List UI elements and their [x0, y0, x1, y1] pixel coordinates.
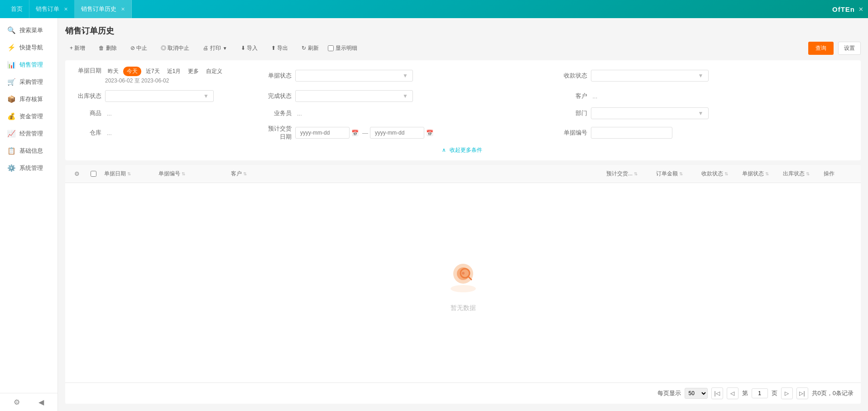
dept-select[interactable]: ▼	[591, 107, 709, 119]
sidebar-collapse-icon[interactable]: ◀	[38, 398, 44, 406]
query-button[interactable]: 查询	[808, 42, 834, 55]
th-delivery[interactable]: 预计交货... ⇅	[604, 170, 653, 178]
date-shortcuts: 昨天 今天 近7天 近1月 更多 自定义	[105, 67, 225, 76]
shortcut-1month[interactable]: 近1月	[164, 67, 184, 76]
th-amount[interactable]: 订单金额 ⇅	[653, 170, 699, 178]
collapse-icon: ∧	[442, 147, 446, 153]
date-filter-control: 昨天 今天 近7天 近1月 更多 自定义 2023-06-02 至 2023-0…	[105, 67, 225, 85]
brand-logo: OfTEn	[832, 5, 855, 13]
customer-dots[interactable]: ...	[591, 93, 599, 100]
table-header: ⚙ 单据日期 ⇅ 单据编号 ⇅ 客户 ⇅ 预计交货...	[65, 165, 861, 183]
complete-status-label: 完成状态	[263, 92, 295, 100]
shortcut-custom[interactable]: 自定义	[203, 67, 225, 76]
sidebar-item-basic-info[interactable]: 📋 基础信息	[0, 142, 58, 160]
th-date[interactable]: 单据日期 ⇅	[101, 170, 156, 178]
order-no-input[interactable]	[591, 127, 672, 139]
shortcut-more[interactable]: 更多	[185, 67, 201, 76]
display-detail-checkbox-group[interactable]: 显示明细	[328, 44, 357, 52]
content-area: 销售订单历史 + 新增 🗑 删除 ⊘ 中止 ◎ 取消中止 🖨 打印 ▼ ⬇ 导入	[58, 18, 868, 411]
payment-status-label: 收款状态	[558, 72, 591, 80]
toolbar: + 新增 🗑 删除 ⊘ 中止 ◎ 取消中止 🖨 打印 ▼ ⬇ 导入 ⬆ 导出	[65, 42, 861, 55]
th-order-no[interactable]: 单据编号 ⇅	[156, 170, 228, 178]
window-close-icon[interactable]: ✕	[858, 6, 863, 13]
stop-button[interactable]: ⊘ 中止	[126, 42, 152, 54]
last-page-button[interactable]: ▷|	[796, 387, 808, 399]
main-layout: 🔍 搜索菜单 ⚡ 快捷导航 📊 销售管理 🛒 采购管理 📦 库存核算 💰 资金管…	[0, 18, 868, 411]
svg-point-0	[451, 285, 476, 292]
tab-home[interactable]: 首页	[5, 0, 29, 18]
finance-icon: 💰	[7, 112, 16, 121]
print-button[interactable]: 🖨 打印 ▼	[198, 42, 231, 54]
first-page-button[interactable]: |◁	[711, 387, 723, 399]
delete-button[interactable]: 🗑 删除	[94, 42, 121, 54]
new-button[interactable]: + 新增	[65, 42, 90, 54]
print-dropdown-icon[interactable]: ▼	[223, 46, 227, 51]
th-payment[interactable]: 收款状态 ⇅	[699, 170, 739, 178]
refresh-button[interactable]: ↻ 刷新	[297, 42, 323, 54]
shortcut-yesterday[interactable]: 昨天	[105, 67, 121, 76]
order-no-label: 单据编号	[558, 129, 591, 137]
cancel-stop-button[interactable]: ◎ 取消中止	[156, 42, 194, 54]
delivery-date-from-cal[interactable]: 📅	[351, 130, 359, 136]
complete-status-dropdown-icon: ▼	[403, 93, 408, 99]
order-status-dropdown-icon: ▼	[403, 73, 408, 79]
sort-no-icon: ⇅	[182, 171, 185, 176]
sidebar-item-purchase[interactable]: 🛒 采购管理	[0, 73, 58, 91]
sidebar-item-finance[interactable]: 💰 资金管理	[0, 108, 58, 125]
pagination: 每页显示 10 20 50 100 |◁ ◁ 第 页 ▷ ▷| 共0页，0条记录	[65, 382, 861, 404]
display-detail-checkbox[interactable]	[328, 45, 334, 51]
settings-button[interactable]: 设置	[838, 42, 861, 55]
order-status-select[interactable]: ▼	[295, 70, 413, 82]
sort-payment-icon: ⇅	[724, 171, 728, 176]
th-status[interactable]: 单据状态 ⇅	[739, 170, 780, 178]
collapse-row[interactable]: ∧ 收起更多条件	[72, 146, 854, 154]
table-settings-icon[interactable]: ⚙	[69, 170, 85, 177]
system-icon: ⚙️	[7, 164, 16, 172]
page-word: 第	[742, 389, 748, 397]
page-label: 页	[772, 389, 777, 397]
operations-icon: 📈	[7, 130, 16, 138]
tab-sales-order[interactable]: 销售订单 ✕	[29, 0, 75, 18]
complete-status-select[interactable]: ▼	[295, 90, 413, 102]
shortcut-7days[interactable]: 近7天	[143, 67, 163, 76]
import-button[interactable]: ⬇ 导入	[236, 42, 262, 54]
th-out[interactable]: 出库状态 ⇅	[780, 170, 821, 178]
tab-sales-order-history[interactable]: 销售订单历史 ✕	[75, 0, 132, 18]
total-records: 共0页，0条记录	[812, 389, 854, 397]
sort-status-icon: ⇅	[765, 171, 769, 176]
page-number-input[interactable]	[752, 388, 768, 398]
sidebar-item-search[interactable]: 🔍 搜索菜单	[0, 22, 58, 39]
export-button[interactable]: ⬆ 导出	[267, 42, 293, 54]
tab-sales-order-history-close[interactable]: ✕	[121, 6, 125, 12]
payment-status-select[interactable]: ▼	[591, 70, 709, 82]
inventory-icon: 📦	[7, 95, 16, 103]
sidebar-item-quicknav[interactable]: ⚡ 快捷导航	[0, 39, 58, 56]
per-page-select[interactable]: 10 20 50 100	[685, 388, 708, 399]
delivery-date-to[interactable]	[370, 127, 424, 139]
product-dots[interactable]: ...	[105, 110, 114, 117]
basic-info-icon: 📋	[7, 147, 16, 155]
next-page-button[interactable]: ▷	[781, 387, 793, 399]
sidebar-bottom: ⚙ ◀	[0, 393, 58, 411]
out-status-dropdown-icon: ▼	[203, 93, 209, 99]
delivery-date-to-cal[interactable]: 📅	[426, 130, 433, 136]
sidebar-item-operations[interactable]: 📈 经营管理	[0, 125, 58, 142]
sidebar-item-system[interactable]: ⚙️ 系统管理	[0, 160, 58, 177]
sidebar-item-inventory[interactable]: 📦 库存核算	[0, 91, 58, 108]
tab-sales-order-close[interactable]: ✕	[64, 6, 68, 12]
payment-status-dropdown-icon: ▼	[698, 73, 704, 79]
shortcut-today[interactable]: 今天	[123, 67, 141, 76]
sidebar-item-sales[interactable]: 📊 销售管理	[0, 56, 58, 73]
date-range-display: 2023-06-02 至 2023-06-02	[105, 77, 225, 85]
table-container: ⚙ 单据日期 ⇅ 单据编号 ⇅ 客户 ⇅ 预计交货...	[65, 165, 861, 404]
filter-row-4: 仓库 ... 预计交货日期 📅 — 📅 单据编号	[72, 125, 854, 141]
filter-panel: 单据日期 昨天 今天 近7天 近1月 更多 自定义 2023-06-02	[65, 60, 861, 160]
salesman-dots[interactable]: ...	[295, 110, 304, 117]
table-select-all-checkbox[interactable]	[85, 171, 101, 177]
prev-page-button[interactable]: ◁	[727, 387, 739, 399]
warehouse-dots[interactable]: ...	[105, 130, 114, 136]
out-status-select[interactable]: ▼	[105, 90, 214, 102]
sidebar-settings-icon[interactable]: ⚙	[14, 398, 20, 406]
th-customer[interactable]: 客户 ⇅	[228, 170, 604, 178]
delivery-date-from[interactable]	[295, 127, 350, 139]
